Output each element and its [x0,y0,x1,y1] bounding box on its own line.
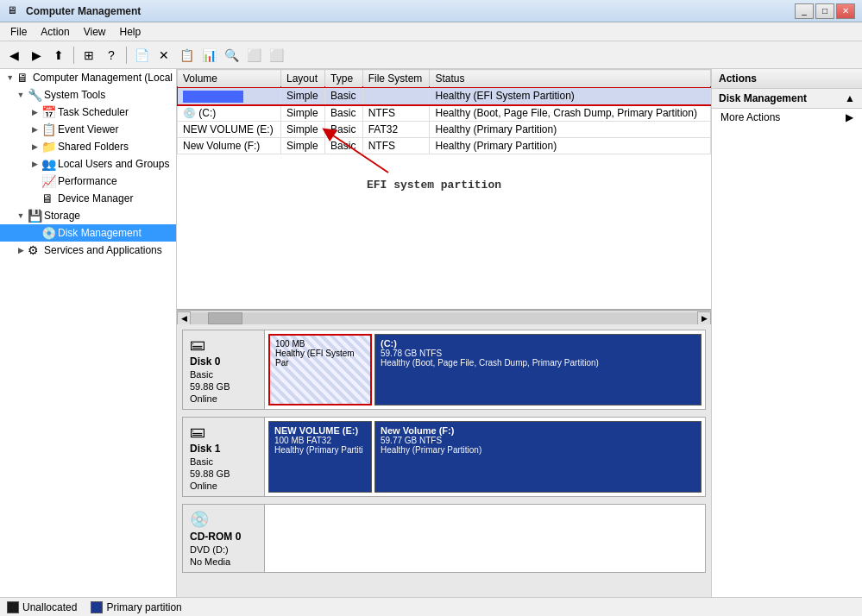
disk-drive-icon: 🖴 [190,423,257,441]
col-filesystem[interactable]: File System [362,70,430,88]
scroll-left-btn[interactable]: ◀ [177,311,191,325]
disk-row-disk1: 🖴Disk 1Basic59.88 GBOnlineNEW VOLUME (E:… [182,417,706,497]
table-horiz-scroll[interactable]: ◀ ▶ [177,311,711,324]
partition-status: Healthy (Boot, Page File, Crash Dump, Pr… [381,358,695,368]
col-volume[interactable]: Volume [178,70,281,88]
properties-button[interactable]: 📋 [176,45,197,66]
back-button[interactable]: ◀ [3,45,24,66]
cell-status: Healthy (EFI System Partition) [430,88,711,105]
partition-size: 59.78 GB NTFS [381,349,695,358]
storage-icon: 💾 [28,209,41,223]
disk-type: Basic [190,456,257,467]
cell-status: Healthy (Primary Partition) [430,137,711,154]
help-button[interactable]: ? [101,45,122,66]
cell-volume: 💿 (C:) [178,104,281,121]
close-button[interactable]: ✕ [836,3,855,19]
scroll-track[interactable] [191,312,697,324]
menu-file[interactable]: File [3,24,34,40]
disk-row-disk0: 🖴Disk 0Basic59.88 GBOnline100 MBHealthy … [182,330,706,410]
sidebar-item-device-manager[interactable]: 🖥 Device Manager [0,190,176,207]
window-title: Computer Management [26,5,795,17]
toolbar: ◀ ▶ ⬆ ⊞ ? 📄 ✕ 📋 📊 🔍 ⬜ ⬜ [0,41,862,69]
expander-disk-management [28,226,41,240]
sidebar-item-disk-management[interactable]: 💿 Disk Management [0,224,176,242]
sidebar-label-disk-management: Disk Management [58,227,142,239]
sidebar-label-shared-folders: Shared Folders [58,141,129,153]
maximize-button[interactable]: □ [815,3,834,19]
cell-filesystem: FAT32 [362,121,430,137]
disk-drive-icon: 💿 [190,510,257,529]
title-bar: 🖥 Computer Management _ □ ✕ [0,0,862,22]
sidebar-label-local-users: Local Users and Groups [58,158,169,170]
expander-device-manager [28,192,41,205]
col-layout[interactable]: Layout [281,70,325,88]
sidebar-item-task-scheduler[interactable]: ▶ 📅 Task Scheduler [0,104,176,121]
disk-name: CD-ROM 0 [190,531,257,543]
menu-action[interactable]: Action [34,24,76,40]
export-button[interactable]: 📄 [131,45,152,66]
cell-status: Healthy (Boot, Page File, Crash Dump, Pr… [430,104,711,121]
menu-view[interactable]: View [77,24,113,40]
disk-partitions: 100 MBHealthy (EFI System Par(C:)59.78 G… [265,330,705,409]
expander-system-tools: ▼ [14,88,28,102]
scroll-right-btn[interactable]: ▶ [697,311,711,325]
legend-primary-label: Primary partition [106,601,181,613]
cell-type: Basic [325,121,363,137]
actions-item-more-actions[interactable]: More Actions ▶ [712,109,862,126]
sidebar-item-storage[interactable]: ▼ 💾 Storage [0,207,176,224]
local-users-icon: 👥 [41,157,55,171]
table-row[interactable]: 💿 (C:)SimpleBasicNTFSHealthy (Boot, Page… [178,104,711,121]
legend-primary-box [91,601,103,613]
performance-icon: 📈 [41,174,55,188]
table-row[interactable]: NEW VOLUME (E:)SimpleBasicFAT32Healthy (… [178,121,711,137]
partition-primary-small[interactable]: NEW VOLUME (E:)100 MB FAT32Healthy (Prim… [268,421,372,493]
sidebar-item-services-apps[interactable]: ▶ ⚙ Services and Applications [0,242,176,259]
search-button[interactable]: 🔍 [221,45,242,66]
view-button[interactable]: ⬜ [243,45,264,66]
properties2-button[interactable]: 📊 [198,45,219,66]
scroll-thumb[interactable] [208,312,242,324]
disk-status: No Media [190,556,257,567]
cell-volume: New Volume (F:) [178,137,281,154]
sidebar-item-system-tools[interactable]: ▼ 🔧 System Tools [0,86,176,104]
legend-primary: Primary partition [91,601,181,613]
expander-performance [28,174,41,188]
sidebar-item-local-users[interactable]: ▶ 👥 Local Users and Groups [0,155,176,173]
partition-primary-large[interactable]: New Volume (F:)59.77 GB NTFSHealthy (Pri… [374,421,702,493]
disk-partitions: NEW VOLUME (E:)100 MB FAT32Healthy (Prim… [265,418,705,496]
menu-help[interactable]: Help [113,24,148,40]
table-row[interactable]: SimpleBasicHealthy (EFI System Partition… [178,88,711,105]
sidebar-item-event-viewer[interactable]: ▶ 📋 Event Viewer [0,121,176,138]
disk-table-container: Volume Layout Type File System Status Si… [177,69,711,311]
up-button[interactable]: ⬆ [48,45,69,66]
partition-status: Healthy (EFI System Par [275,349,365,368]
forward-button[interactable]: ▶ [26,45,47,66]
disk-table: Volume Layout Type File System Status Si… [177,69,711,154]
partition-efi[interactable]: 100 MBHealthy (EFI System Par [268,334,372,405]
minimize-button[interactable]: _ [795,3,814,19]
actions-section-disk-management[interactable]: Disk Management ▲ [712,89,862,109]
efi-annotation-text: EFI system partition [367,179,501,192]
sidebar-label-task-scheduler: Task Scheduler [58,106,129,118]
menu-bar: File Action View Help [0,22,862,41]
disk-management-icon: 💿 [41,226,55,240]
disk-type: DVD (D:) [190,544,257,555]
toolbar-separator-1 [73,47,74,64]
partition-size: 100 MB FAT32 [274,436,366,445]
col-status[interactable]: Status [430,70,711,88]
delete-button[interactable]: ✕ [154,45,174,66]
sidebar-item-shared-folders[interactable]: ▶ 📁 Shared Folders [0,138,176,155]
cell-layout: Simple [281,121,325,137]
partition-size: 59.77 GB NTFS [381,436,695,445]
filter-button[interactable]: ⬜ [266,45,286,66]
disk-size: 59.88 GB [190,381,257,392]
cell-status: Healthy (Primary Partition) [430,121,711,137]
cell-layout: Simple [281,104,325,121]
show-hide-button[interactable]: ⊞ [79,45,99,66]
table-row[interactable]: New Volume (F:)SimpleBasicNTFSHealthy (P… [178,137,711,154]
sidebar-label-services-apps: Services and Applications [44,244,162,256]
partition-primary[interactable]: (C:)59.78 GB NTFSHealthy (Boot, Page Fil… [374,334,702,405]
sidebar-item-performance[interactable]: 📈 Performance [0,173,176,190]
sidebar-item-computer-management[interactable]: ▼ 🖥 Computer Management (Local [0,69,176,86]
col-type[interactable]: Type [325,70,363,88]
